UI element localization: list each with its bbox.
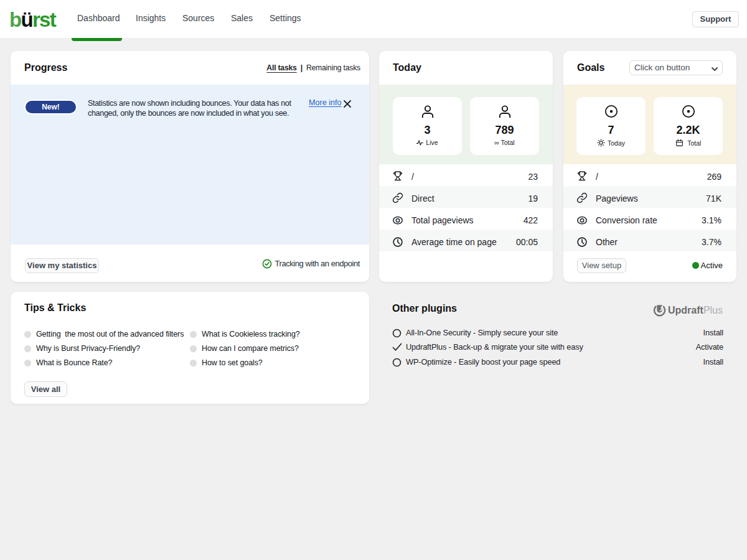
svg-text:UpdraftPlus: UpdraftPlus (668, 305, 723, 315)
